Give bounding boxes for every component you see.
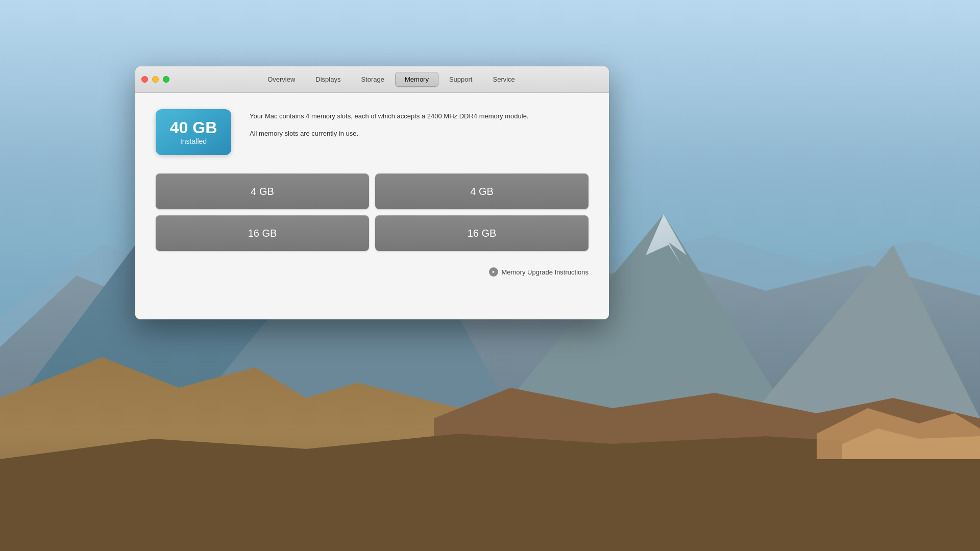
memory-badge: 40 GB Installed [156, 109, 231, 155]
maximize-button[interactable] [163, 76, 169, 83]
title-bar: Overview Displays Storage Memory Support… [135, 66, 609, 93]
tab-bar: Overview Displays Storage Memory Support… [180, 72, 603, 87]
arrow-circle-icon [489, 267, 498, 277]
close-button[interactable] [141, 76, 148, 83]
about-this-mac-window: Overview Displays Storage Memory Support… [135, 66, 609, 319]
memory-slot-4: 16 GB [375, 215, 589, 251]
tab-storage[interactable]: Storage [351, 72, 394, 87]
upgrade-section: Memory Upgrade Instructions [156, 267, 589, 277]
tab-service[interactable]: Service [483, 72, 525, 87]
memory-description: Your Mac contains 4 memory slots, each o… [250, 109, 589, 138]
memory-slots-grid: 4 GB 4 GB 16 GB 16 GB [156, 173, 589, 251]
memory-slot-2: 4 GB [375, 173, 589, 209]
memory-upgrade-link[interactable]: Memory Upgrade Instructions [489, 267, 589, 277]
tab-overview[interactable]: Overview [258, 72, 305, 87]
upgrade-link-label: Memory Upgrade Instructions [501, 268, 589, 276]
window-content: 40 GB Installed Your Mac contains 4 memo… [135, 93, 609, 319]
memory-slot-3: 16 GB [156, 215, 369, 251]
minimize-button[interactable] [152, 76, 159, 83]
memory-amount: 40 GB [170, 119, 217, 137]
memory-description-primary: Your Mac contains 4 memory slots, each o… [250, 111, 589, 121]
memory-overview: 40 GB Installed Your Mac contains 4 memo… [156, 109, 589, 155]
tab-support[interactable]: Support [439, 72, 482, 87]
traffic-lights [141, 76, 169, 83]
memory-slot-1: 4 GB [156, 173, 369, 209]
tab-memory[interactable]: Memory [395, 72, 438, 87]
tab-displays[interactable]: Displays [306, 72, 350, 87]
memory-installed-label: Installed [180, 137, 207, 145]
memory-description-secondary: All memory slots are currently in use. [250, 129, 589, 139]
